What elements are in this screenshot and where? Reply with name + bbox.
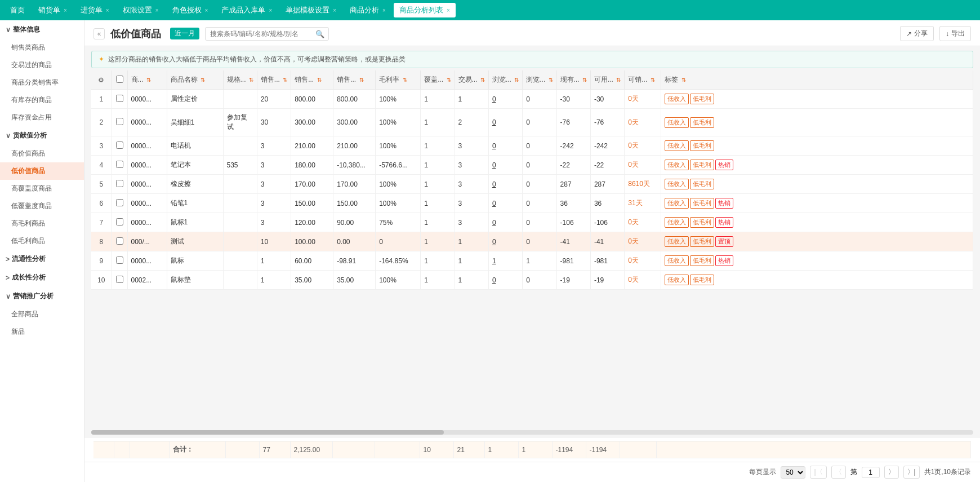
- col-code[interactable]: 商... ⇅: [127, 70, 167, 90]
- row-name: 电话机: [167, 136, 223, 156]
- browse-link[interactable]: 0: [492, 200, 496, 207]
- row-coverage: 1: [421, 194, 455, 213]
- sidebar-section-overview[interactable]: ∨ 整体信息: [0, 20, 84, 39]
- prev-page-btn[interactable]: 〈: [831, 466, 846, 479]
- sidebar-item-low-value[interactable]: 低价值商品: [0, 162, 84, 180]
- col-trade[interactable]: 交易... ⇅: [455, 70, 488, 90]
- col-coverage[interactable]: 覆盖... ⇅: [421, 70, 455, 90]
- browse-link[interactable]: 0: [492, 238, 496, 246]
- sidebar-item-stock-capital[interactable]: 库存资金占用: [0, 109, 84, 126]
- col-sales-qty[interactable]: 销售... ⇅: [257, 70, 291, 90]
- browse-link[interactable]: 1: [492, 257, 496, 265]
- row-checkbox[interactable]: [116, 199, 123, 206]
- row-checkbox[interactable]: [116, 218, 123, 225]
- sort-icon-browse2: ⇅: [549, 77, 553, 83]
- sidebar-section-flow[interactable]: > 流通性分析: [0, 250, 84, 268]
- browse-link[interactable]: 0: [492, 180, 496, 188]
- row-checkbox-cell: [112, 90, 127, 109]
- browse-link[interactable]: 0: [492, 118, 496, 126]
- page-title: 低价值商品: [110, 27, 161, 41]
- sidebar-section-contribution[interactable]: ∨ 贡献值分析: [0, 126, 84, 145]
- share-button[interactable]: ↗ 分享: [900, 26, 934, 41]
- row-checkbox[interactable]: [116, 257, 123, 264]
- nav-sales[interactable]: 销货单 ×: [33, 3, 73, 17]
- nav-sales-close[interactable]: ×: [64, 7, 67, 14]
- sidebar-item-low-coverage[interactable]: 低覆盖度商品: [0, 197, 84, 215]
- sidebar-item-sales-goods[interactable]: 销售类商品: [0, 39, 84, 56]
- sidebar-item-traded-goods[interactable]: 交易过的商品: [0, 56, 84, 74]
- arrow-right-icon-2: >: [6, 274, 10, 282]
- row-tags: 低收入低毛利: [661, 90, 973, 109]
- nav-goods-analysis[interactable]: 商品分析 ×: [344, 3, 391, 17]
- row-checkbox[interactable]: [116, 118, 123, 125]
- sidebar-item-high-profit[interactable]: 高毛利商品: [0, 215, 84, 232]
- nav-goods-list-close[interactable]: ×: [447, 7, 450, 14]
- col-tags[interactable]: 标签 ⇅: [661, 70, 973, 90]
- filter-tag-btn[interactable]: 近一月: [170, 28, 199, 39]
- browse-link[interactable]: 0: [492, 142, 496, 150]
- sidebar-item-low-profit[interactable]: 低毛利商品: [0, 232, 84, 250]
- nav-product-in[interactable]: 产成品入库单 ×: [216, 3, 278, 17]
- col-browse1[interactable]: 浏览... ⇅: [488, 70, 522, 90]
- nav-template-close[interactable]: ×: [333, 7, 336, 14]
- page-size-select[interactable]: 50: [781, 466, 805, 479]
- table-row: 1 0000... 属性定价 20 800.00 800.00 100% 1 1…: [91, 90, 973, 109]
- row-checkbox[interactable]: [116, 161, 123, 168]
- sidebar-section-marketing[interactable]: ∨ 营销推广分析: [0, 287, 84, 306]
- search-wrapper: 🔍: [205, 27, 329, 41]
- row-checkbox[interactable]: [116, 237, 123, 245]
- nav-home[interactable]: 首页: [5, 3, 30, 17]
- sidebar-item-new-goods[interactable]: 新品: [0, 323, 84, 341]
- nav-permission-close[interactable]: ×: [155, 7, 159, 14]
- row-checkbox[interactable]: [116, 141, 123, 149]
- col-saleable[interactable]: 可销... ⇅: [625, 70, 661, 90]
- nav-role-close[interactable]: ×: [205, 7, 208, 14]
- select-all-checkbox[interactable]: [116, 76, 123, 83]
- sidebar-section-growth[interactable]: > 成长性分析: [0, 268, 84, 287]
- browse-link[interactable]: 0: [492, 276, 496, 284]
- nav-product-in-close[interactable]: ×: [269, 7, 272, 14]
- row-coverage: 1: [421, 213, 455, 232]
- row-sales-amt: 300.00: [291, 109, 333, 136]
- sidebar-item-high-value[interactable]: 高价值商品: [0, 145, 84, 162]
- nav-permission[interactable]: 权限设置 ×: [117, 3, 164, 17]
- table-scrollbar[interactable]: [91, 430, 973, 435]
- sidebar-item-category-rate[interactable]: 商品分类销售率: [0, 74, 84, 91]
- nav-goods-list[interactable]: 商品分析列表 ×: [394, 3, 456, 17]
- row-sales-amt2: 0.00: [333, 232, 376, 251]
- search-icon: 🔍: [315, 29, 324, 38]
- nav-purchase-close[interactable]: ×: [106, 7, 109, 14]
- col-settings[interactable]: ⚙: [91, 70, 112, 90]
- col-current[interactable]: 现有... ⇅: [556, 70, 590, 90]
- col-name[interactable]: 商品名称 ⇅: [167, 70, 223, 90]
- row-checkbox[interactable]: [116, 276, 123, 283]
- nav-goods-analysis-close[interactable]: ×: [382, 7, 386, 14]
- row-current: -106: [556, 213, 590, 232]
- nav-purchase[interactable]: 进货单 ×: [75, 3, 115, 17]
- col-browse2[interactable]: 浏览... ⇅: [523, 70, 556, 90]
- sidebar-item-high-coverage[interactable]: 高覆盖度商品: [0, 180, 84, 197]
- nav-role[interactable]: 角色授权 ×: [167, 3, 214, 17]
- page-number-input[interactable]: [862, 467, 880, 478]
- search-input[interactable]: [205, 27, 329, 41]
- col-gross-rate[interactable]: 毛利率 ⇅: [376, 70, 421, 90]
- row-checkbox[interactable]: [116, 180, 123, 187]
- sidebar-item-stock-goods[interactable]: 有库存的商品: [0, 91, 84, 109]
- sidebar-item-all-goods[interactable]: 全部商品: [0, 306, 84, 323]
- browse-link[interactable]: 0: [492, 95, 496, 103]
- row-checkbox[interactable]: [116, 95, 123, 102]
- tag-label: 热销: [715, 255, 733, 266]
- browse-link[interactable]: 0: [492, 219, 496, 227]
- browse-link[interactable]: 0: [492, 161, 496, 169]
- col-sales-amt2[interactable]: 销售... ⇅: [333, 70, 376, 90]
- last-page-btn[interactable]: 〉|: [903, 466, 920, 479]
- sidebar-collapse-btn[interactable]: «: [93, 28, 105, 39]
- col-spec[interactable]: 规格... ⇅: [223, 70, 257, 90]
- first-page-btn[interactable]: |〈: [810, 466, 826, 479]
- row-tags: 低收入低毛利热销: [661, 213, 973, 232]
- next-page-btn[interactable]: 〉: [884, 466, 899, 479]
- col-available[interactable]: 可用... ⇅: [590, 70, 624, 90]
- col-sales-amt[interactable]: 销售... ⇅: [291, 70, 333, 90]
- export-button[interactable]: ↓ 导出: [939, 26, 971, 41]
- nav-template[interactable]: 单据模板设置 ×: [280, 3, 342, 17]
